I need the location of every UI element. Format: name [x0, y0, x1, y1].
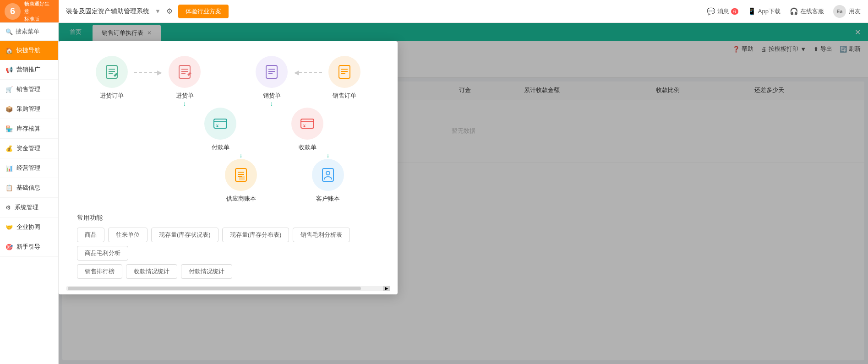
sidebar-item-basic-info[interactable]: 📋 基础信息	[0, 178, 58, 198]
supplier-ledger-circle	[225, 159, 257, 191]
online-service-btn[interactable]: 🎧 在线客服	[790, 7, 824, 16]
payment-bill-circle: ¥	[204, 108, 236, 140]
purchase-order-node[interactable]: 进货订单	[91, 56, 132, 100]
logo-area: 6 畅康通好生意 标准版	[0, 0, 59, 22]
sidebar-item-label: 企业协同	[16, 223, 40, 231]
common-functions-title: 常用功能	[77, 214, 379, 222]
sidebar-item-label: 营销推广	[16, 65, 40, 74]
search-icon: 🔍	[5, 28, 13, 35]
logo-text: 畅康通好生意 标准版	[24, 0, 54, 22]
app-download-btn[interactable]: 📱 App下载	[748, 7, 781, 16]
search-menu-item[interactable]: 🔍 搜索菜单	[0, 23, 58, 41]
svg-point-28	[326, 171, 330, 175]
message-btn[interactable]: 💬 消息 6	[707, 7, 738, 16]
sidebar-item-quick-nav[interactable]: 🏠 快捷导航	[0, 41, 58, 60]
sidebar-item-business[interactable]: 📊 经营管理	[0, 158, 58, 178]
payment-bill-node[interactable]: ¥ 付款单	[200, 108, 241, 152]
sidebar-item-purchase[interactable]: 📦 采购管理	[0, 99, 58, 119]
user-name: 用友	[849, 7, 861, 16]
service-icon: 🎧	[790, 7, 798, 16]
inventory-icon: 🏪	[5, 125, 13, 132]
func-btn-sales-margin[interactable]: 销售毛利分析表	[293, 228, 350, 242]
sidebar: 🔍 搜索菜单 🏠 快捷导航 📢 营销推广 🛒 销售管理 📦 采购管理 🏪 库存核…	[0, 23, 59, 364]
marketing-icon: 📢	[5, 66, 13, 73]
receipt-bill-circle: ¥	[291, 108, 323, 140]
sidebar-item-label: 资金管理	[16, 144, 40, 152]
func-btn-receipt-stats[interactable]: 收款情况统计	[126, 264, 177, 279]
sidebar-item-label: 经营管理	[16, 164, 40, 172]
arrow-down-receipt: ↓	[327, 152, 330, 159]
sidebar-item-label: 基础信息	[16, 184, 40, 192]
customer-ledger-label: 客户账本	[316, 195, 340, 203]
basic-info-icon: 📋	[5, 185, 13, 191]
message-badge: 6	[731, 8, 738, 15]
sidebar-item-sales[interactable]: 🛒 销售管理	[0, 80, 58, 99]
settings-icon[interactable]: ⚙	[166, 7, 173, 16]
common-functions: 常用功能 商品 往来单位 现存量(库存状况表) 现存量(库存分布表) 销售毛利分…	[59, 214, 398, 286]
sidebar-item-label: 新手引导	[16, 243, 40, 251]
arrow-dashed-1: ▶	[134, 69, 162, 76]
enterprise-icon: 🤝	[5, 224, 13, 231]
func-btn-partner[interactable]: 往来单位	[108, 228, 147, 242]
receipt-bill-label: 收款单	[299, 143, 317, 152]
finance-icon: 💰	[5, 145, 13, 152]
sidebar-item-enterprise[interactable]: 🤝 企业协同	[0, 217, 58, 237]
svg-text:¥: ¥	[303, 124, 306, 128]
sales-order-node[interactable]: 销售订单	[324, 56, 365, 100]
sales-bill-label: 销货单	[263, 92, 281, 100]
system-title: 装备及固定资产辅助管理系统	[66, 7, 149, 16]
receipt-bill-node[interactable]: ¥ 收款单	[287, 108, 328, 152]
sidebar-item-marketing[interactable]: 📢 营销推广	[0, 60, 58, 80]
sidebar-item-finance[interactable]: 💰 资金管理	[0, 139, 58, 158]
svg-text:¥: ¥	[216, 124, 218, 128]
supplier-ledger-node[interactable]: 供应商账本	[220, 159, 262, 203]
avatar: Ea	[833, 5, 846, 18]
modal: 进货订单 ▶ 进货单	[59, 41, 398, 294]
sidebar-item-system[interactable]: ⚙ 系统管理	[0, 198, 58, 217]
payment-bill-label: 付款单	[212, 143, 229, 152]
sidebar-item-label: 销售管理	[16, 85, 40, 93]
user-area[interactable]: Ea 用友	[833, 5, 861, 18]
arrow-dashed-2: ◀	[294, 69, 322, 76]
sidebar-item-label: 库存核算	[16, 125, 40, 133]
newbie-icon: 🎯	[5, 244, 13, 250]
scroll-right-arrow-icon[interactable]: ▶	[383, 286, 390, 291]
system-icon: ⚙	[5, 204, 11, 211]
modal-scrollbar[interactable]: ▶	[66, 286, 390, 291]
sidebar-item-label: 快捷导航	[16, 46, 40, 54]
purchase-order-circle	[96, 56, 128, 88]
sales-icon: 🛒	[5, 86, 13, 93]
sales-order-circle	[328, 56, 360, 88]
sidebar-item-label: 采购管理	[16, 105, 40, 113]
trial-button[interactable]: 体验行业方案	[178, 5, 229, 18]
sidebar-item-label: 系统管理	[15, 203, 38, 212]
search-menu-label: 搜索菜单	[16, 27, 39, 36]
purchase-bill-node[interactable]: 进货单	[164, 56, 205, 100]
modal-scrollbar-thumb[interactable]	[68, 287, 361, 290]
svg-rect-26	[239, 176, 245, 180]
sidebar-item-newbie[interactable]: 🎯 新手引导	[0, 237, 58, 257]
sales-bill-node[interactable]: 销货单	[251, 56, 292, 100]
sales-order-label: 销售订单	[333, 92, 356, 100]
func-btn-product-margin[interactable]: 商品毛利分析	[77, 246, 128, 261]
arrow-down-payment: ↓	[240, 152, 243, 159]
supplier-ledger-label: 供应商账本	[226, 195, 256, 203]
customer-ledger-circle	[312, 159, 344, 191]
func-btn-product[interactable]: 商品	[77, 228, 104, 242]
func-btn-payment-stats[interactable]: 付款情况统计	[181, 264, 232, 279]
arrow-down-sales: ↓	[270, 100, 273, 108]
flow-diagram: 进货订单 ▶ 进货单	[59, 41, 398, 214]
message-icon: 💬	[707, 7, 715, 16]
func-btn-stock-status[interactable]: 现存量(库存状况表)	[151, 228, 218, 242]
customer-ledger-node[interactable]: 客户账本	[307, 159, 349, 203]
quick-nav-icon: 🏠	[5, 47, 13, 54]
logo-icon: 6	[5, 3, 21, 20]
arrow-down-purchase: ↓	[183, 100, 186, 108]
func-btn-stock-dist[interactable]: 现存量(库存分布表)	[222, 228, 289, 242]
download-icon: 📱	[748, 7, 756, 16]
dropdown-arrow-icon[interactable]: ▼	[155, 8, 161, 15]
business-icon: 📊	[5, 165, 13, 172]
sidebar-item-inventory[interactable]: 🏪 库存核算	[0, 119, 58, 139]
func-btn-sales-rank[interactable]: 销售排行榜	[77, 264, 122, 279]
purchase-bill-circle	[169, 56, 201, 88]
